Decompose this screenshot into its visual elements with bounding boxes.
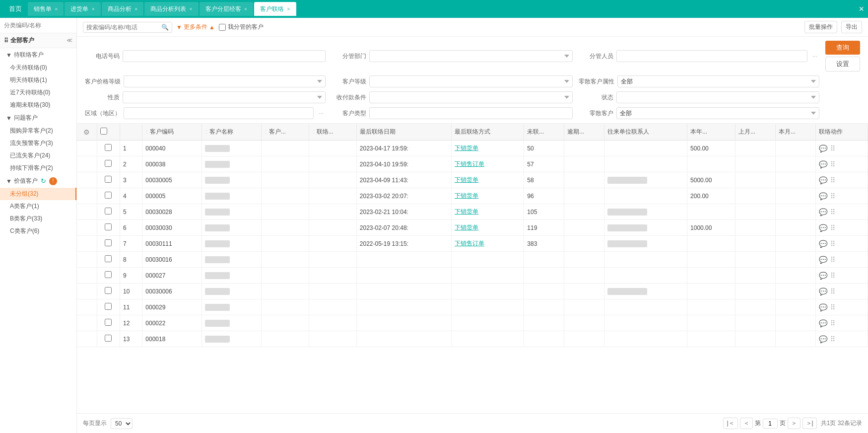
- sidebar-item-overdue-pending[interactable]: 逾期未联络(30): [0, 99, 76, 111]
- close-customer-contact-icon[interactable]: ×: [287, 6, 290, 12]
- more-action-icon[interactable]: ⠿: [830, 144, 835, 152]
- row-checkbox[interactable]: [105, 144, 112, 151]
- row-last-contact-way-cell[interactable]: [452, 268, 524, 284]
- sidebar-item-7days-pending[interactable]: 近7天待联络(0): [0, 86, 76, 99]
- row-last-contact-way-cell[interactable]: 下销售订单: [452, 236, 524, 252]
- row-checkbox[interactable]: [105, 208, 112, 215]
- retail-customer-select[interactable]: 全部: [616, 107, 819, 119]
- row-last-contact-way-cell[interactable]: 下销货单: [452, 204, 524, 220]
- dept-select[interactable]: [369, 50, 572, 62]
- more-action-icon[interactable]: ⠿: [830, 208, 835, 216]
- customer-type-input[interactable]: [369, 107, 572, 119]
- row-checkbox-cell[interactable]: [97, 204, 120, 220]
- message-action-icon[interactable]: 💬: [819, 319, 827, 327]
- more-action-icon[interactable]: ⠿: [830, 192, 835, 200]
- message-action-icon[interactable]: 💬: [819, 303, 827, 311]
- settings-icon[interactable]: ⚙: [83, 128, 90, 136]
- more-action-icon[interactable]: ⠿: [830, 335, 835, 343]
- retail-attr-select[interactable]: 全部: [617, 75, 819, 87]
- nature-select[interactable]: [123, 91, 326, 103]
- row-checkbox-cell[interactable]: [97, 141, 120, 156]
- row-checkbox[interactable]: [105, 223, 112, 230]
- sidebar-item-tomorrow-pending[interactable]: 明天待联络(1): [0, 74, 76, 86]
- message-action-icon[interactable]: 💬: [819, 144, 827, 152]
- row-checkbox[interactable]: [105, 176, 112, 183]
- row-checkbox[interactable]: [105, 255, 112, 262]
- reset-button[interactable]: 设置: [825, 57, 860, 72]
- phone-input[interactable]: [123, 50, 326, 62]
- refresh-icon[interactable]: ↻: [41, 177, 46, 185]
- row-last-contact-way-cell[interactable]: [452, 252, 524, 268]
- more-action-icon[interactable]: ⠿: [830, 272, 835, 280]
- value-customer-section[interactable]: ▼ 价值客户 ↻ !: [0, 174, 76, 188]
- sidebar-item-today-pending[interactable]: 今天待联络(0): [0, 62, 76, 74]
- sidebar-item-b-class[interactable]: B类客户(33): [0, 213, 76, 225]
- message-action-icon[interactable]: 💬: [819, 208, 827, 216]
- contact-way-link[interactable]: 下销货单: [455, 208, 478, 215]
- row-checkbox-cell[interactable]: [97, 284, 120, 299]
- sidebar-item-a-class[interactable]: A类客户(1): [0, 200, 76, 213]
- search-box[interactable]: 🔍: [83, 22, 172, 33]
- pending-contact-section[interactable]: ▼ 待联络客户: [0, 48, 76, 62]
- tab-purchase-order[interactable]: 进货单 ×: [65, 2, 100, 16]
- region-input[interactable]: [124, 107, 314, 119]
- sidebar-item-c-class[interactable]: C类客户(6): [0, 225, 76, 237]
- tab-product-analysis[interactable]: 商品分析 ×: [102, 2, 143, 16]
- tab-customer-tier[interactable]: 客户分层经客 ×: [200, 2, 253, 16]
- sidebar-item-churn-warning[interactable]: 流失预警客户(3): [0, 137, 76, 149]
- row-last-contact-way-cell[interactable]: 下销货单: [452, 220, 524, 236]
- more-action-icon[interactable]: ⠿: [830, 240, 835, 248]
- next-page-button[interactable]: ＞: [788, 418, 801, 429]
- row-checkbox-cell[interactable]: [97, 220, 120, 236]
- more-action-icon[interactable]: ⠿: [830, 303, 835, 311]
- home-tab[interactable]: 首页: [4, 4, 27, 13]
- region-dots-icon[interactable]: ···: [317, 110, 326, 117]
- message-action-icon[interactable]: 💬: [819, 335, 827, 343]
- contact-way-link[interactable]: 下销货单: [455, 176, 478, 183]
- row-checkbox[interactable]: [105, 192, 112, 199]
- select-all-checkbox[interactable]: [100, 128, 107, 135]
- checkbox-column-header[interactable]: [97, 124, 120, 141]
- row-last-contact-way-cell[interactable]: [452, 284, 524, 299]
- message-action-icon[interactable]: 💬: [819, 160, 827, 168]
- more-action-icon[interactable]: ⠿: [830, 319, 835, 327]
- last-page-button[interactable]: ＞|: [802, 418, 817, 429]
- query-button[interactable]: 查询: [825, 41, 860, 55]
- more-action-icon[interactable]: ⠿: [830, 176, 835, 184]
- page-number-input[interactable]: [763, 419, 778, 429]
- row-checkbox-cell[interactable]: [97, 236, 120, 252]
- row-checkbox-cell[interactable]: [97, 188, 120, 204]
- row-checkbox[interactable]: [105, 303, 112, 310]
- contact-way-link[interactable]: 下销售订单: [455, 160, 484, 167]
- close-purchase-order-icon[interactable]: ×: [91, 6, 94, 12]
- tab-product-analysis-list[interactable]: 商品分析列表 ×: [144, 2, 198, 16]
- sidebar-item-declining[interactable]: 持续下滑客户(2): [0, 162, 76, 174]
- status-select[interactable]: [616, 91, 819, 103]
- row-last-contact-way-cell[interactable]: 下销货单: [452, 172, 524, 188]
- sidebar-item-abnormal-stock[interactable]: 囤购异常客户(2): [0, 125, 76, 137]
- message-action-icon[interactable]: 💬: [819, 272, 827, 280]
- problem-customer-section[interactable]: ▼ 问题客户: [0, 111, 76, 125]
- my-customers-checkbox-label[interactable]: 我分管的客户: [219, 23, 264, 31]
- contact-way-link[interactable]: 下销货单: [455, 144, 478, 151]
- all-customers-header[interactable]: ⠿ 全部客户 ≪: [0, 33, 76, 48]
- close-all-icon[interactable]: ×: [859, 4, 864, 14]
- more-action-icon[interactable]: ⠿: [830, 288, 835, 295]
- row-checkbox-cell[interactable]: [97, 331, 120, 347]
- tab-customer-contact[interactable]: 客户联络 ×: [254, 2, 296, 16]
- more-action-icon[interactable]: ⠿: [830, 224, 835, 232]
- row-last-contact-way-cell[interactable]: 下销货单: [452, 188, 524, 204]
- collapse-sidebar-icon[interactable]: ≪: [67, 37, 72, 44]
- message-action-icon[interactable]: 💬: [819, 224, 827, 232]
- row-checkbox-cell[interactable]: [97, 299, 120, 315]
- row-last-contact-way-cell[interactable]: [452, 299, 524, 315]
- tab-sales-order[interactable]: 销售单 ×: [28, 2, 64, 16]
- export-button[interactable]: 导出: [841, 21, 862, 33]
- message-action-icon[interactable]: 💬: [819, 256, 827, 264]
- per-page-select[interactable]: 50: [111, 418, 133, 429]
- more-action-icon[interactable]: ⠿: [830, 256, 835, 264]
- row-checkbox-cell[interactable]: [97, 172, 120, 188]
- my-customers-checkbox[interactable]: [219, 24, 226, 31]
- row-checkbox[interactable]: [105, 160, 112, 167]
- message-action-icon[interactable]: 💬: [819, 192, 827, 200]
